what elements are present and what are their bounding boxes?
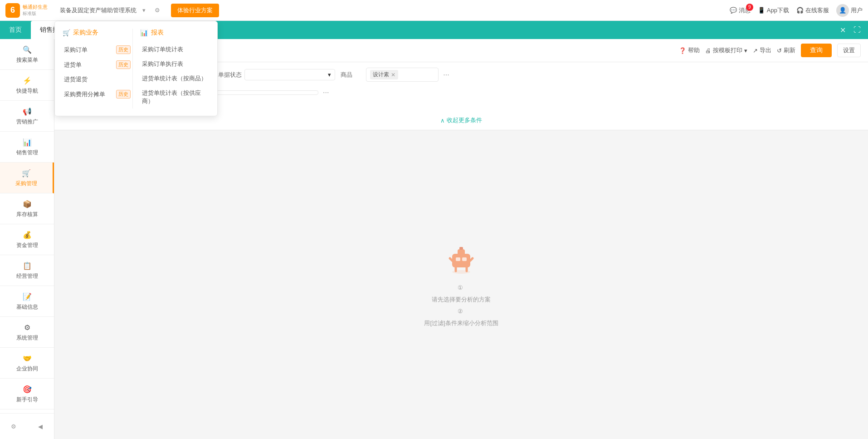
online-service-button[interactable]: 🎧 在线客服 xyxy=(796,6,829,15)
purchase-dropdown-menu: 🛒 采购业务 采购订单 历史 进货单 历史 进货退货 采购费用分摊单 历史 📊 xyxy=(54,21,218,116)
purchase-section-icon: 🛒 xyxy=(62,29,70,37)
system-settings-icon[interactable]: ⚙ xyxy=(151,4,164,17)
tab-home[interactable]: 首页 xyxy=(0,21,31,39)
purchase-section: 🛒 采购业务 采购订单 历史 进货单 历史 进货退货 采购费用分摊单 历史 xyxy=(62,29,132,109)
export-label: 导出 xyxy=(760,46,771,54)
sidebar-collapse-btn[interactable]: ◀ xyxy=(32,418,49,434)
empty-state: ① 请先选择要分析的方案 ② 用[过滤]条件来缩小分析范围 xyxy=(54,130,868,439)
status-label: 单据状态 xyxy=(218,71,242,79)
help-button[interactable]: ❓ 帮助 xyxy=(679,46,700,54)
system-name-text: 装备及固定资产辅助管理系统 xyxy=(60,6,137,15)
goods-label: 商品 xyxy=(341,71,363,79)
message-button[interactable]: 💬 消息 9 xyxy=(730,6,751,15)
goods-input[interactable]: 设计素 ✕ xyxy=(366,68,439,82)
marketing-icon: 📢 xyxy=(22,106,32,116)
query-button[interactable]: 查询 xyxy=(801,44,832,57)
menu-item-purchase-order-stat[interactable]: 采购订单统计表 xyxy=(140,42,210,57)
phone-icon: 📱 xyxy=(758,7,765,14)
sidebar-item-guide[interactable]: 🎯 新手引导 xyxy=(0,379,54,409)
menu-item-purchase-cost[interactable]: 采购费用分摊单 历史 xyxy=(62,87,132,102)
menu-item-purchase-order-exec[interactable]: 采购订单执行表 xyxy=(140,57,210,71)
sidebar-bottom: ⚙ ◀ xyxy=(0,413,54,439)
refresh-button[interactable]: ↺ 刷新 xyxy=(777,46,795,54)
sidebar-label-search: 搜索菜单 xyxy=(16,56,38,64)
empty-tip-1: ① 请先选择要分析的方案 xyxy=(424,282,498,306)
purchase-order-exec-label: 采购订单执行表 xyxy=(142,60,183,68)
status-filter: 单据状态 ▾ xyxy=(218,69,335,80)
sidebar-label-system: 系统管理 xyxy=(16,334,38,342)
sidebar-item-finance[interactable]: 💰 资金管理 xyxy=(0,224,54,255)
settings-button[interactable]: 设置 xyxy=(837,44,861,57)
menu-item-purchase-order[interactable]: 采购订单 历史 xyxy=(62,42,132,57)
basic-icon: 📝 xyxy=(22,291,32,301)
menu-item-inbound-stat-goods[interactable]: 进货单统计表（按商品） xyxy=(140,71,210,86)
finance-icon: 💰 xyxy=(22,230,32,240)
report-section-icon: 📊 xyxy=(140,29,148,37)
print-dropdown-arrow[interactable]: ▾ xyxy=(744,47,747,54)
svg-rect-2 xyxy=(456,257,460,261)
refresh-label: 刷新 xyxy=(784,46,795,54)
empty-tips: ① 请先选择要分析的方案 ② 用[过滤]条件来缩小分析范围 xyxy=(424,282,498,329)
online-service-label: 在线客服 xyxy=(805,6,829,15)
system-name-area: 装备及固定资产辅助管理系统 ▾ ⚙ 体验行业方案 xyxy=(60,4,721,17)
status-dropdown-arrow: ▾ xyxy=(328,71,331,78)
status-select[interactable]: ▾ xyxy=(244,69,335,80)
svg-rect-4 xyxy=(458,249,465,256)
logo-icon: 6 xyxy=(5,3,20,18)
maximize-icon[interactable]: ⛶ xyxy=(852,25,863,35)
sidebar-label-marketing: 营销推广 xyxy=(16,118,38,126)
inventory-icon: 📦 xyxy=(22,199,32,209)
export-button[interactable]: ↗ 导出 xyxy=(753,46,771,54)
sidebar-label-finance: 资金管理 xyxy=(16,242,38,249)
sidebar-item-sales[interactable]: 📊 销售管理 xyxy=(0,132,54,163)
sidebar-item-quick-nav[interactable]: ⚡ 快捷导航 xyxy=(0,70,54,101)
user-button[interactable]: 👤 用户 xyxy=(836,4,863,17)
salesperson-input[interactable] xyxy=(210,90,318,95)
sidebar-item-system[interactable]: ⚙ 系统管理 xyxy=(0,317,54,348)
close-window-icon[interactable]: ✕ xyxy=(837,25,848,35)
sidebar-settings-btn[interactable]: ⚙ xyxy=(5,418,22,434)
sidebar-label-enterprise: 企业协同 xyxy=(16,365,38,373)
goods-tag-close[interactable]: ✕ xyxy=(391,72,395,78)
print-button[interactable]: 🖨 按模板打印 ▾ xyxy=(705,46,747,54)
menu-item-inbound-return[interactable]: 进货退货 xyxy=(62,72,132,87)
app-download-label: App下载 xyxy=(767,6,789,15)
sidebar-item-enterprise[interactable]: 🤝 企业协同 xyxy=(0,348,54,379)
sidebar-item-operation[interactable]: 📋 经营管理 xyxy=(0,255,54,286)
trial-button[interactable]: 体验行业方案 xyxy=(171,4,219,17)
headset-icon: 🎧 xyxy=(796,7,804,14)
empty-illustration xyxy=(443,240,479,276)
menu-item-inbound-stat-supplier[interactable]: 进货单统计表（按供应商） xyxy=(140,86,210,109)
inbound-label: 进货单 xyxy=(64,61,82,69)
menu-item-inbound[interactable]: 进货单 历史 xyxy=(62,57,132,72)
salesperson-more-dots[interactable]: ··· xyxy=(323,89,329,97)
export-icon: ↗ xyxy=(753,47,758,54)
purchase-icon: 🛒 xyxy=(21,168,31,178)
inbound-stat-goods-label: 进货单统计表（按商品） xyxy=(142,74,207,83)
svg-rect-1 xyxy=(452,254,470,267)
print-icon: 🖨 xyxy=(705,47,711,54)
svg-line-7 xyxy=(470,258,473,261)
sidebar-item-inventory[interactable]: 📦 库存核算 xyxy=(0,193,54,224)
brand-sub: 标准版 xyxy=(23,10,48,17)
sidebar-label-quick-nav: 快捷导航 xyxy=(16,87,38,95)
system-dropdown-arrow[interactable]: ▾ xyxy=(140,7,147,14)
goods-more-dots[interactable]: ··· xyxy=(443,71,449,79)
svg-line-6 xyxy=(450,258,452,261)
app-download-button[interactable]: 📱 App下载 xyxy=(758,6,789,15)
sidebar-item-basic[interactable]: 📝 基础信息 xyxy=(0,286,54,317)
sidebar-item-search[interactable]: 🔍 搜索菜单 xyxy=(0,39,54,70)
empty-tip-2: ② 用[过滤]条件来缩小分析范围 xyxy=(424,306,498,329)
sidebar-item-purchase[interactable]: 🛒 采购管理 xyxy=(0,163,54,193)
collapse-button[interactable]: ∧ 收起更多条件 xyxy=(440,116,482,124)
sidebar-label-operation: 经营管理 xyxy=(16,272,38,280)
search-icon: 🔍 xyxy=(22,44,32,54)
purchase-order-label: 采购订单 xyxy=(64,46,88,54)
message-badge: 9 xyxy=(746,4,753,11)
history-badge-1: 历史 xyxy=(116,60,131,69)
help-icon: ❓ xyxy=(679,47,686,54)
dropdown-sections: 🛒 采购业务 采购订单 历史 进货单 历史 进货退货 采购费用分摊单 历史 📊 xyxy=(62,29,210,109)
sidebar-item-marketing[interactable]: 📢 营销推广 xyxy=(0,101,54,132)
purchase-cost-label: 采购费用分摊单 xyxy=(64,90,105,99)
sidebar-label-sales: 销售管理 xyxy=(16,149,38,157)
